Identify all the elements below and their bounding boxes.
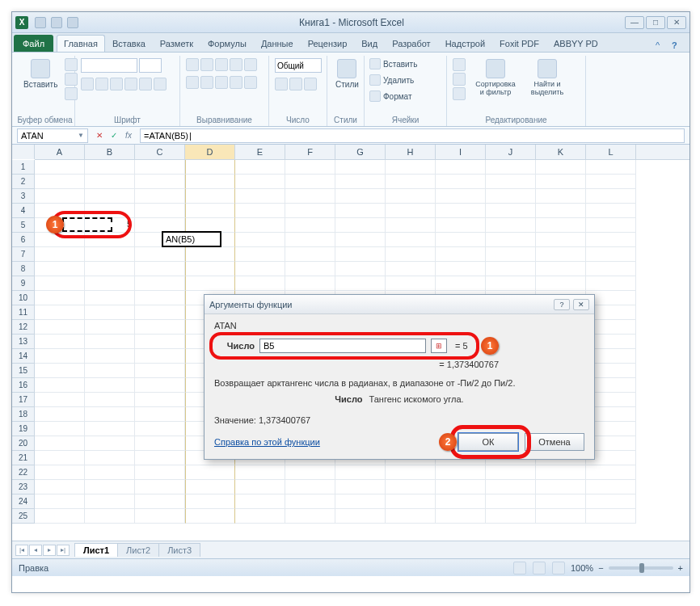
cell-B5[interactable]: 5 [85, 218, 135, 233]
zoom-level[interactable]: 100% [571, 563, 593, 573]
cell-L6[interactable] [586, 233, 636, 247]
font-size-input[interactable] [139, 58, 162, 73]
row-head-25[interactable]: 25 [12, 509, 35, 524]
cell-H5[interactable] [386, 218, 436, 233]
border-icon[interactable] [124, 78, 137, 90]
cell-C20[interactable] [135, 436, 185, 451]
comma-icon[interactable] [304, 78, 317, 90]
cell-F9[interactable] [285, 276, 335, 291]
cell-B10[interactable] [85, 291, 135, 305]
cell-J22[interactable] [486, 465, 536, 480]
cell-G25[interactable] [335, 509, 386, 524]
cell-C8[interactable] [135, 262, 185, 276]
paste-button[interactable]: Вставить [20, 57, 61, 90]
cell-C17[interactable] [135, 393, 185, 407]
cell-C3[interactable] [135, 189, 185, 204]
tab-abbyy[interactable]: ABBYY PD [546, 35, 605, 52]
redo-icon[interactable] [67, 17, 78, 28]
number-format-select[interactable] [275, 58, 322, 73]
minimize-button[interactable]: — [625, 16, 644, 29]
row-head-19[interactable]: 19 [12, 422, 35, 436]
indent-dec-icon[interactable] [230, 76, 242, 89]
tab-data[interactable]: Данные [254, 35, 301, 52]
cell-C25[interactable] [135, 509, 185, 524]
sheet-tab-1[interactable]: Лист1 [74, 543, 118, 557]
cell-D25[interactable] [185, 509, 235, 524]
cell-I2[interactable] [436, 175, 486, 189]
cell-E25[interactable] [235, 509, 285, 524]
cell-E9[interactable] [235, 276, 285, 291]
align-center-icon[interactable] [200, 76, 213, 89]
cell-B20[interactable] [85, 436, 135, 451]
row-head-14[interactable]: 14 [12, 349, 35, 364]
cell-K2[interactable] [536, 175, 586, 189]
cell-F2[interactable] [285, 175, 335, 189]
cell-J25[interactable] [486, 509, 536, 524]
dialog-help-link[interactable]: Справка по этой функции [214, 437, 320, 447]
col-head-J[interactable]: J [486, 145, 536, 159]
cell-E6[interactable] [235, 233, 285, 247]
tab-review[interactable]: Рецензир [301, 35, 355, 52]
underline-icon[interactable] [110, 78, 123, 90]
cell-B11[interactable] [85, 305, 135, 320]
col-head-K[interactable]: K [536, 145, 586, 159]
cell-H4[interactable] [386, 204, 436, 218]
cell-J8[interactable] [486, 262, 536, 276]
cell-B18[interactable] [85, 407, 135, 422]
cell-J3[interactable] [486, 189, 536, 204]
cell-L7[interactable] [586, 247, 636, 262]
align-middle-icon[interactable] [200, 58, 213, 71]
cell-G3[interactable] [335, 189, 386, 204]
cell-B15[interactable] [85, 364, 135, 378]
cell-A19[interactable] [35, 422, 85, 436]
row-head-13[interactable]: 13 [12, 335, 35, 349]
formula-input[interactable]: =ATAN(B5) [140, 128, 685, 143]
col-head-I[interactable]: I [436, 145, 486, 159]
cell-B4[interactable] [85, 204, 135, 218]
cell-I4[interactable] [436, 204, 486, 218]
cell-F6[interactable] [285, 233, 335, 247]
delete-cells-button[interactable]: Удалить [369, 74, 414, 86]
cell-I9[interactable] [436, 276, 486, 291]
tab-layout[interactable]: Разметк [153, 35, 200, 52]
merge-icon[interactable] [244, 76, 257, 89]
cell-K5[interactable] [536, 218, 586, 233]
cancel-button[interactable]: Отмена [525, 433, 584, 451]
cell-I1[interactable] [436, 160, 486, 175]
cell-B12[interactable] [85, 320, 135, 335]
row-head-17[interactable]: 17 [12, 393, 35, 407]
cell-H23[interactable] [386, 480, 436, 494]
cell-C9[interactable] [135, 276, 185, 291]
cell-D4[interactable] [185, 204, 235, 218]
cell-D23[interactable] [185, 480, 235, 494]
cell-H8[interactable] [386, 262, 436, 276]
cell-B16[interactable] [85, 378, 135, 393]
row-head-7[interactable]: 7 [12, 247, 35, 262]
font-name-input[interactable] [81, 58, 137, 73]
sheet-nav-last-icon[interactable]: ▸| [57, 545, 70, 556]
zoom-in-button[interactable]: + [678, 563, 683, 573]
cell-C18[interactable] [135, 407, 185, 422]
cell-A25[interactable] [35, 509, 85, 524]
cell-E24[interactable] [235, 494, 285, 509]
select-all-button[interactable] [12, 145, 35, 159]
cell-C23[interactable] [135, 480, 185, 494]
cell-C24[interactable] [135, 494, 185, 509]
cell-G8[interactable] [335, 262, 386, 276]
tab-formulas[interactable]: Формулы [200, 35, 254, 52]
cell-A12[interactable] [35, 320, 85, 335]
cell-D5[interactable] [185, 218, 235, 233]
cell-A21[interactable] [35, 451, 85, 465]
cell-K9[interactable] [536, 276, 586, 291]
orientation-icon[interactable] [230, 58, 242, 71]
cell-C21[interactable] [135, 451, 185, 465]
cell-A5[interactable] [35, 218, 85, 233]
autosum-icon[interactable] [453, 58, 466, 71]
cell-C13[interactable] [135, 335, 185, 349]
col-head-H[interactable]: H [386, 145, 436, 159]
cell-F7[interactable] [285, 247, 335, 262]
cell-F25[interactable] [285, 509, 335, 524]
cell-K24[interactable] [536, 494, 586, 509]
cell-G2[interactable] [335, 175, 386, 189]
fx-icon[interactable]: fx [122, 129, 135, 142]
